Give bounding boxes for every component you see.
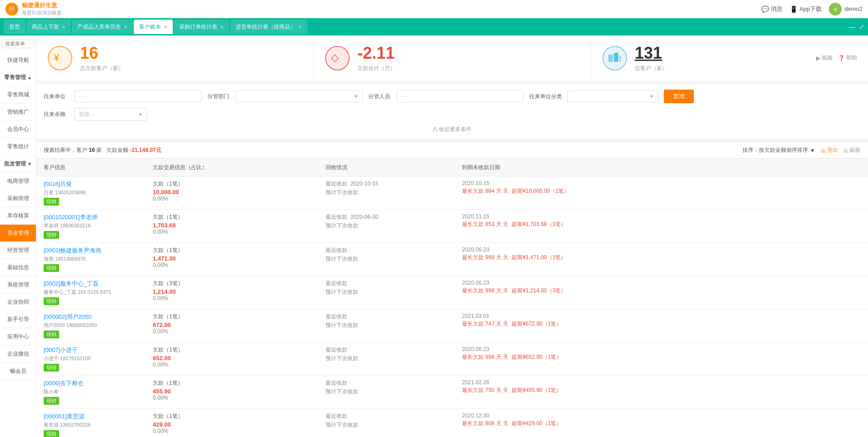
maximize-btn[interactable]: ⤢ [859,23,864,30]
sidebar-item-retail-stats[interactable]: 零售统计 [0,138,36,156]
user-avatar[interactable]: d demo2 [829,3,863,15]
sidebar-item-vip-member[interactable]: 畅会员 [0,363,36,380]
sidebar-item-marketing[interactable]: 营销推广 [0,104,36,121]
chevron-down-icon-category: ▼ [649,93,654,100]
customer-name-1[interactable]: [0001020001]李老师 [44,213,138,221]
customer-tag-5: 现销 [44,364,59,372]
dept-select[interactable]: ▼ [236,90,363,102]
close-tab-production-history[interactable]: ✕ [124,25,127,30]
debt-amount-3[interactable]: 1,214.00 [153,288,311,295]
customer-name-7[interactable]: [000001]黄思源 [44,412,138,421]
export-btn[interactable]: ◎ 导出 [821,146,838,154]
tab-customer-account[interactable]: 客户账本 ✕ [134,20,173,34]
collapse-btn[interactable]: ⋀ 收起更多条件 [44,126,861,133]
tab-product-off[interactable]: 商品上下架 ✕ [26,20,71,34]
debt-percent-4: 0.00% [153,328,311,335]
sidebar-item-enterprise-wechat[interactable]: 企业微信 [0,346,36,363]
close-tab-inventory-stats[interactable]: ✕ [298,25,302,30]
sidebar-item-inventory-check[interactable]: 库存核算 [0,207,36,225]
debt-amount-0[interactable]: 10,000.00 [153,189,311,196]
sidebar-item-basic-info[interactable]: 基础信息 [0,259,36,276]
sidebar-item-system-mgmt[interactable]: 系统管理 [0,276,36,294]
debt-amount-5[interactable]: 652.00 [153,355,311,362]
sidebar-item-finance[interactable]: 资金管理 [0,225,36,242]
customer-name-3[interactable]: [0002]服务中心_丁磊 [44,280,138,288]
close-tab-product-off[interactable]: ✕ [62,25,65,30]
due-date-1: 2020.11.15 [462,213,861,220]
video-btn[interactable]: ▶ 视频 [816,54,833,62]
overdue-days-3: 最长欠款 998 天 天 [462,287,508,294]
sidebar-item-retail-mall[interactable]: 零售商城 [0,86,36,104]
person-input[interactable]: ··· [396,90,524,102]
tab-production-history[interactable]: 产成品入库单历史 ✕ [72,20,133,34]
total-customers-number: 131 [635,44,667,63]
table-row: [0007]小进干 小进干 18279152100 现销 欠款（1笔） 652.… [36,342,868,376]
overdue-2: 最长欠款 998 天 天 超期¥1,471.00（1笔） [462,254,861,261]
overdue-link-6[interactable]: 超期¥455.90（1笔） [512,387,562,393]
sort-icon: ▼ [810,147,815,154]
refresh-btn[interactable]: ◎ 刷新 [843,146,861,154]
debt-percent-7: 0.00% [153,428,311,434]
total-customers-label: 总客户（家） [635,65,667,72]
tab-home[interactable]: 首页 [4,20,25,34]
results-count: 16 [89,147,95,153]
collection-recent-4: 最近收款 [326,313,447,321]
close-tab-purchase-order[interactable]: ✕ [220,25,224,30]
video-icon: ▶ [816,55,820,61]
customer-tag-1: 现销 [44,231,59,239]
col-customer-info: 客户信息 [36,159,146,176]
sidebar-item-app-center[interactable]: 应用中心 [0,328,36,346]
table-row: [0006]去下粮仓 陈小希 现销 欠款（1笔） 455.90 0.00% 最近… [36,376,868,409]
sidebar-item-retail-mgmt[interactable]: 零售管理 ▲ [0,69,36,86]
search-button[interactable]: 查询 [664,90,694,103]
search-input[interactable] [2,39,34,48]
balance-select[interactable]: 选择... ▼ [75,108,147,121]
customer-sub-3: 服务中心_丁磊 181 0125 8371 [44,289,138,296]
overdue-link-2[interactable]: 超期¥1,471.00（1笔） [512,254,566,261]
tab-inventory-stats[interactable]: 进货单统计表（按商品） ✕ [230,20,307,34]
debt-amount-6[interactable]: 455.90 [153,388,311,395]
sidebar-item-biz-mgmt[interactable]: 经营管理 [0,242,36,259]
sidebar-item-ecommerce[interactable]: 电商管理 [0,173,36,190]
content-area: ¥ 16 总欠款客户（家） ◇ -2.11 欠款合计 [36,35,868,437]
cell-debt-2: 欠款（1笔） 1,471.00 0.00% [146,243,318,276]
debt-amount-2[interactable]: 1,471.00 [153,255,311,262]
svg-rect-7 [619,55,621,62]
sidebar-item-purchase-mgmt[interactable]: 采购管理 [0,190,36,207]
customer-name-4[interactable]: [000002]用户2050 [44,313,138,321]
message-btn[interactable]: 💬 消息 [761,5,783,13]
app-download-btn[interactable]: 📱 App下载 [790,5,822,13]
sidebar-item-quick-nav[interactable]: 快捷导航 [0,52,36,69]
source-category-select[interactable]: ▼ [567,90,658,102]
overdue-link-4[interactable]: 超期¥672.00（1笔） [512,321,562,327]
minimize-btn[interactable]: — [849,23,855,30]
overdue-days-5: 最长欠款 998 天 天 [462,354,508,360]
svg-rect-5 [608,55,613,62]
cell-collection-1: 最近收款 2020-06-30 预计下次收款 [318,210,455,243]
overdue-link-3[interactable]: 超期¥1,214.00（3笔） [512,287,566,294]
customer-name-0[interactable]: [0016]吕俊 [44,180,138,188]
customer-name-6[interactable]: [0006]去下粮仓 [44,379,138,387]
tab-purchase-order[interactable]: 采购订单统计表 ✕ [174,20,229,34]
sidebar-item-member-center[interactable]: 会员中心 [0,121,36,138]
chevron-icon: ▲ [27,75,32,80]
debt-amount-4[interactable]: 672.00 [153,321,311,328]
help-btn[interactable]: ❓ 帮助 [838,54,857,62]
source-unit-dots: ··· [79,93,86,100]
overdue-link-0[interactable]: 超期¥10,000.00（1笔） [512,188,569,194]
sidebar-item-batch-mgmt[interactable]: 批发管理 ▼ [0,156,36,173]
overdue-link-5[interactable]: 超期¥652.00（1笔） [512,354,562,360]
source-unit-input[interactable]: ··· [75,90,202,102]
due-date-3: 2020.06.23 [462,280,861,286]
debt-percent-3: 0.00% [153,295,311,301]
sidebar-item-enterprise-collab[interactable]: 企业协同 [0,294,36,311]
sort-btn[interactable]: 排序：按欠款金额倒序排序 ▼ [743,146,815,154]
debt-amount-1[interactable]: 1,703.68 [153,222,311,229]
close-tab-customer-account[interactable]: ✕ [164,25,167,30]
overdue-link-7[interactable]: 超期¥429.00（1笔） [512,420,562,427]
sidebar-item-new-guide[interactable]: 新手引导 [0,311,36,328]
customer-name-2[interactable]: [0003]畅捷服务尹海燕 [44,246,138,255]
customer-name-5[interactable]: [0007]小进干 [44,346,138,354]
debt-amount-7[interactable]: 429.00 [153,421,311,428]
overdue-link-1[interactable]: 超期¥1,703.68（1笔） [512,221,566,227]
